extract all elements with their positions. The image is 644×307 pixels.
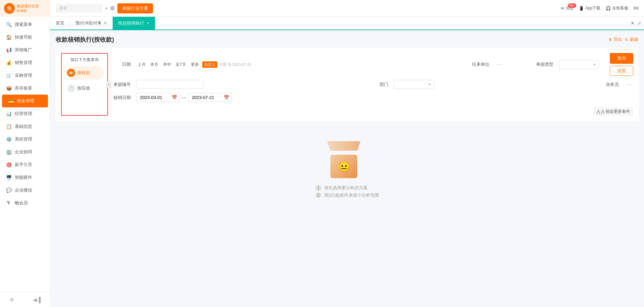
empty-hint-1: 1 请先选择要分析的方案 bbox=[315, 185, 379, 191]
writeoff-end-wrap: 📅 bbox=[188, 93, 232, 102]
dept-select-wrap: ▼ bbox=[394, 80, 434, 89]
writeoff-date-range: 📅 — 📅 bbox=[136, 93, 232, 102]
sidebar-item-basic[interactable]: 📋 基础信息 bbox=[0, 120, 50, 133]
writeoff-start-input[interactable] bbox=[136, 93, 180, 102]
megaphone-icon: 📢 bbox=[5, 47, 12, 53]
tabs-bar: 首页 预付冲应付单 ✕ 收款核销执行 ✕ ✕ ⤢ bbox=[50, 17, 644, 30]
tab-prepay-label: 预付冲应付单 bbox=[75, 20, 102, 26]
sidebar-item-member[interactable]: V 畅会员 bbox=[0, 197, 50, 209]
building-icon: 🏢 bbox=[5, 149, 12, 155]
sidebar-item-inventory[interactable]: 📦 库存核算 bbox=[0, 82, 50, 95]
industry-solution-button[interactable]: 体验行业方案 bbox=[117, 3, 153, 13]
sidebar: 兔 畅捷通好生意 标准版 🔍 搜索菜单 🏠 快捷导航 📢 营销推广 💰 销售管理… bbox=[0, 0, 50, 307]
header-right: ✉ 消息 99+ 📱 App下载 🎧 在线客服 Rit bbox=[561, 5, 639, 11]
date-no-limit-note: 不限 至 2023-07-26 bbox=[219, 62, 251, 67]
sidebar-item-hardware[interactable]: 🖥️ 智能硬件 bbox=[0, 171, 50, 184]
page-title-bar: 收款核销执行(按收款) ⬆ 导出 ↻ 刷新 bbox=[56, 36, 639, 44]
sidebar-item-label: 快捷导航 bbox=[15, 34, 32, 40]
sidebar-item-label: 营销推广 bbox=[15, 47, 32, 53]
settings-footer-icon[interactable]: ⚙ bbox=[8, 295, 15, 304]
refresh-label: 刷新 bbox=[630, 37, 639, 43]
sidebar-item-finance[interactable]: 💳 资金管理 bbox=[2, 95, 48, 107]
close-tab-icon[interactable]: ✕ bbox=[631, 20, 635, 26]
this-year-btn[interactable]: 本年 bbox=[162, 61, 172, 68]
export-label: 导出 bbox=[613, 37, 622, 43]
sidebar-item-search[interactable]: 🔍 搜索菜单 bbox=[0, 18, 50, 31]
export-icon: ⬆ bbox=[608, 37, 612, 42]
online-service-link[interactable]: 🎧 在线客服 bbox=[606, 5, 628, 11]
sidebar-item-sales[interactable]: 💰 销售管理 bbox=[0, 56, 50, 69]
main-area: 搜索 ▾ ⚙ 体验行业方案 ✉ 消息 99+ 📱 App下载 🎧 在线客服 Ri… bbox=[50, 0, 644, 307]
staff-ellipsis[interactable]: ··· bbox=[624, 81, 633, 88]
app-sub: 标准版 bbox=[17, 8, 39, 13]
sidebar-item-marketing[interactable]: 📢 营销推广 bbox=[0, 44, 50, 56]
export-button[interactable]: ⬆ 导出 bbox=[608, 37, 622, 43]
sidebar-item-corp[interactable]: 🏢 企业协同 bbox=[0, 146, 50, 158]
last-7days-btn[interactable]: 近7天 bbox=[174, 61, 187, 68]
tab-prepay-close-icon[interactable]: ✕ bbox=[104, 21, 107, 25]
empty-box-body: 😐 bbox=[330, 155, 357, 178]
this-month-btn[interactable]: 本月 bbox=[149, 61, 160, 68]
filter-row-2: 单据编号 部门 ▼ 业务员 ··· bbox=[112, 80, 633, 89]
settings-button[interactable]: 设置 bbox=[610, 66, 633, 76]
tab-receipt-cancel[interactable]: 收款核销执行 ✕ bbox=[113, 17, 155, 30]
doc-type-select[interactable] bbox=[559, 60, 599, 69]
top-header: 搜索 ▾ ⚙ 体验行业方案 ✉ 消息 99+ 📱 App下载 🎧 在线客服 Ri… bbox=[50, 0, 644, 17]
app-download-link[interactable]: 📱 App下载 bbox=[579, 5, 600, 11]
writeoff-end-input[interactable] bbox=[188, 93, 232, 102]
last-month-btn[interactable]: 上月 bbox=[136, 61, 147, 68]
by-receipt-label: 按收款 bbox=[77, 70, 90, 76]
query-option-by-receipt[interactable]: 💴 按收款 bbox=[65, 66, 104, 80]
empty-hint-2: 2 用[过滤]条件来缩小分析范围 bbox=[315, 192, 379, 198]
doc-no-input[interactable] bbox=[136, 80, 203, 89]
tab-home[interactable]: 首页 bbox=[50, 17, 70, 30]
query-button[interactable]: 查询 bbox=[610, 53, 633, 64]
sidebar-item-label: 畅会员 bbox=[15, 200, 28, 206]
counterpart-label: 往来单位 bbox=[471, 61, 489, 67]
doc-type-select-wrap: ▼ bbox=[559, 60, 599, 69]
query-option-by-receivable[interactable]: 🕐 按应收 bbox=[65, 82, 104, 95]
sidebar-item-shortcut[interactable]: 🏠 快捷导航 bbox=[0, 31, 50, 44]
collapse-more-icon: ⋀ ⋀ bbox=[597, 109, 604, 114]
counterpart-ellipsis[interactable]: ··· bbox=[495, 61, 504, 68]
header-left: 搜索 ▾ ⚙ 体验行业方案 bbox=[56, 3, 153, 13]
sidebar-item-operation[interactable]: 📊 经营管理 bbox=[0, 107, 50, 120]
user-name[interactable]: Rit bbox=[634, 6, 639, 11]
home-icon: 🏠 bbox=[5, 35, 12, 40]
tab-receipt-cancel-close-icon[interactable]: ✕ bbox=[146, 21, 150, 25]
money-icon: 💰 bbox=[5, 60, 12, 65]
chevron-down-icon[interactable]: ▾ bbox=[105, 6, 107, 11]
filter-row-1: 日期 上月 本月 本年 近7天 更多 自定义 不限 至 2023-07-26 往… bbox=[112, 53, 633, 76]
collapse-more-row: ⋀ ⋀ 收起更多条件 bbox=[112, 107, 633, 116]
collapse-panel-icon[interactable]: » bbox=[106, 81, 111, 88]
sidebar-item-guide[interactable]: 🎯 新手引导 bbox=[0, 158, 50, 171]
receivable-icon: 🕐 bbox=[67, 84, 75, 92]
custom-date-btn[interactable]: 自定义 bbox=[202, 61, 217, 68]
refresh-button[interactable]: ↻ 刷新 bbox=[625, 37, 639, 43]
sidebar-item-purchase[interactable]: 🛒 采购管理 bbox=[0, 69, 50, 82]
filter-row-3: 核销日期 📅 — 📅 bbox=[112, 93, 633, 102]
app-download-label: App下载 bbox=[585, 5, 600, 11]
dept-select[interactable] bbox=[394, 80, 434, 89]
collapse-sidebar-icon[interactable]: ◀▐ bbox=[32, 295, 42, 304]
sidebar-item-system[interactable]: ⚙️ 系统管理 bbox=[0, 133, 50, 146]
config-gear-icon[interactable]: ⚙ bbox=[110, 5, 115, 11]
collapse-more-label: 收起更多条件 bbox=[606, 109, 630, 114]
gear-icon: ⚙️ bbox=[5, 137, 12, 142]
sidebar-footer: ⚙ ◀▐ bbox=[0, 292, 50, 307]
empty-illustration: 😐 bbox=[327, 141, 367, 178]
expand-tab-icon[interactable]: ⤢ bbox=[637, 20, 641, 26]
sidebar-item-wechat[interactable]: 💬 企业微信 bbox=[0, 184, 50, 197]
tab-prepay[interactable]: 预付冲应付单 ✕ bbox=[70, 17, 113, 30]
title-actions: ⬆ 导出 ↻ 刷新 bbox=[608, 37, 639, 43]
search-menu-icon: 🔍 bbox=[5, 22, 12, 27]
chat-icon: 💬 bbox=[5, 188, 12, 193]
more-date-btn[interactable]: 更多 bbox=[190, 61, 200, 68]
message-button[interactable]: ✉ 消息 99+ bbox=[561, 5, 574, 11]
target-icon: 🎯 bbox=[5, 162, 12, 167]
query-panel: 按以下方案查询 💴 按收款 🕐 按应收 » bbox=[61, 53, 108, 116]
collapse-more-button[interactable]: ⋀ ⋀ 收起更多条件 bbox=[593, 107, 633, 116]
sidebar-item-label: 系统管理 bbox=[15, 136, 32, 142]
refresh-icon: ↻ bbox=[625, 37, 629, 42]
date-label: 日期 bbox=[112, 61, 131, 67]
